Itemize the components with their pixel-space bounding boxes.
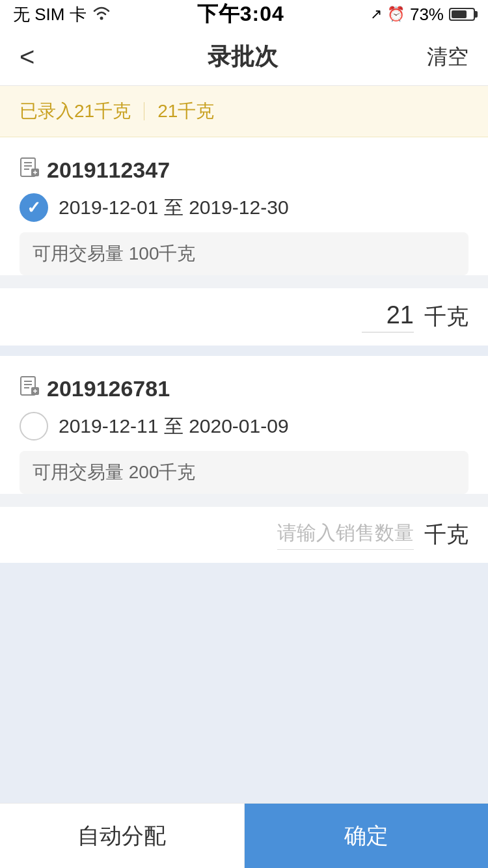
info-banner: 已录入21千克 21千克 xyxy=(0,86,488,137)
batch1-date: 2019-12-01 至 2019-12-30 xyxy=(59,195,289,221)
auto-distribute-button[interactable]: 自动分配 xyxy=(0,804,245,868)
battery-percent: 73% xyxy=(410,5,444,25)
batch2-header: 2019126781 xyxy=(20,375,468,401)
status-right: ↗ ⏰ 73% xyxy=(370,5,475,25)
batch1-amount-row: 21 千克 xyxy=(0,288,488,346)
info-divider xyxy=(144,102,144,120)
batch1-header: 2019112347 xyxy=(20,157,468,183)
batch2-available-qty: 可用交易量 200千克 xyxy=(20,451,468,494)
status-bar: 无 SIM 卡 下午3:04 ↗ ⏰ 73% xyxy=(0,0,488,29)
batch1-radio[interactable] xyxy=(20,193,48,222)
batch2-radio[interactable] xyxy=(20,412,48,441)
bottom-bar: 自动分配 确定 xyxy=(0,803,488,868)
recorded-amount: 已录入21千克 xyxy=(20,99,131,124)
batch-item-1: 2019112347 2019-12-01 至 2019-12-30 可用交易量… xyxy=(0,137,488,275)
batch-item-2: 2019126781 2019-12-11 至 2020-01-09 可用交易量… xyxy=(0,356,488,494)
batch1-id: 2019112347 xyxy=(47,157,170,183)
page-title: 录批次 xyxy=(208,41,278,73)
batch2-id: 2019126781 xyxy=(47,376,170,401)
total-amount: 21千克 xyxy=(157,99,214,124)
batch1-amount-unit: 千克 xyxy=(424,302,468,332)
nav-bar: < 录批次 清空 xyxy=(0,29,488,86)
battery-icon xyxy=(449,8,475,21)
location-icon: ↗ xyxy=(370,6,382,23)
batch2-input-row: 请输入销售数量 千克 xyxy=(0,507,488,563)
batch2-date-row: 2019-12-11 至 2020-01-09 xyxy=(20,412,468,441)
time-display: 下午3:04 xyxy=(197,0,284,29)
batch-doc-icon-1 xyxy=(20,157,40,183)
batch2-qty-input[interactable]: 请输入销售数量 xyxy=(277,520,414,550)
wifi-icon xyxy=(92,5,111,25)
batch2-input-unit: 千克 xyxy=(424,520,468,550)
batch-doc-icon-2 xyxy=(20,375,40,401)
confirm-button[interactable]: 确定 xyxy=(245,804,489,868)
status-left: 无 SIM 卡 xyxy=(13,3,111,26)
section-divider-1 xyxy=(0,346,488,356)
carrier-label: 无 SIM 卡 xyxy=(13,3,87,26)
batch1-amount-value[interactable]: 21 xyxy=(362,301,414,332)
back-button[interactable]: < xyxy=(20,42,59,72)
batch1-date-row: 2019-12-01 至 2019-12-30 xyxy=(20,193,468,222)
alarm-icon: ⏰ xyxy=(387,6,405,23)
svg-point-0 xyxy=(100,16,103,20)
batch2-date: 2019-12-11 至 2020-01-09 xyxy=(59,413,289,440)
empty-area xyxy=(0,563,488,823)
clear-button[interactable]: 清空 xyxy=(427,43,468,72)
batch1-available-qty: 可用交易量 100千克 xyxy=(20,232,468,275)
